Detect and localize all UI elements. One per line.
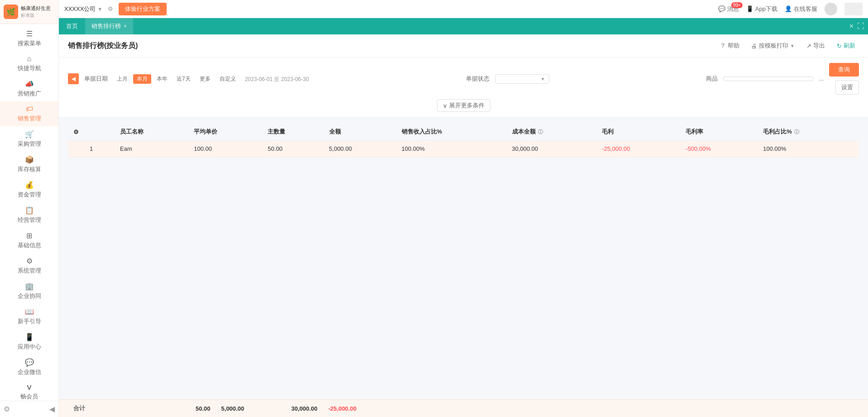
logo-area: 🌿 畅康通好生意 标准版	[0, 0, 58, 24]
sidebar-item-sales[interactable]: 🏷 销售管理	[0, 101, 58, 126]
data-table: ⚙ 员工名称 平均单价 主数量 全额 销售收入占比% 成本全额 ⓘ 毛利 毛利率…	[68, 123, 859, 157]
gross-pct-info-icon: ⓘ	[794, 129, 799, 134]
tab-home-label: 首页	[66, 22, 78, 30]
window-expand-icon[interactable]: ⛶	[857, 22, 864, 30]
sidebar-item-wechat-label: 企业微信	[18, 368, 41, 376]
sidebar-item-basic[interactable]: ⊞ 基础信息	[0, 228, 58, 253]
app-download-button[interactable]: 📱 App下载	[746, 5, 777, 13]
tab-sales-rank[interactable]: 销售排行榜 ×	[85, 18, 133, 34]
cell-main-qty: 50.00	[262, 141, 323, 157]
query-button[interactable]: 查询	[829, 63, 859, 77]
expand-icon: ∨	[443, 102, 447, 109]
date-tab-this-month[interactable]: 本月	[133, 74, 151, 84]
search-menu-icon: ☰	[26, 29, 33, 38]
goods-input[interactable]	[723, 77, 814, 81]
settings-icon[interactable]: ⚙	[4, 405, 10, 413]
tab-close-icon[interactable]: ×	[124, 23, 127, 29]
help-button[interactable]: ？ 帮助	[716, 40, 743, 52]
sidebar-item-search-label: 搜索菜单	[18, 39, 41, 48]
sidebar-item-wechat[interactable]: 💬 企业微信	[0, 355, 58, 380]
settings-gear-icon[interactable]: ⚙	[108, 5, 113, 12]
col-gross-rate-header: 毛利率	[680, 123, 758, 141]
purchase-icon: 🛒	[25, 130, 34, 139]
sidebar-item-apps[interactable]: 📱 应用中心	[0, 329, 58, 355]
app-label: App下载	[755, 5, 777, 13]
table-area: ⚙ 员工名称 平均单价 主数量 全额 销售收入占比% 成本全额 ⓘ 毛利 毛利率…	[59, 118, 868, 399]
date-tab-7days[interactable]: 近7天	[173, 74, 194, 84]
sidebar-item-purchase-label: 采购管理	[18, 140, 41, 148]
service-label: 在线客服	[794, 5, 817, 13]
col-cost-header: 成本全额 ⓘ	[507, 123, 597, 141]
sidebar-item-operations[interactable]: 📋 经营管理	[0, 202, 58, 228]
filter-row-1: ◀ 单据日期 上月 本月 本年 近7天 更多 自定义 2023-06-01 至 …	[68, 63, 859, 95]
topbar-right: 💬 消息 99+ 📱 App下载 👤 在线客服	[718, 3, 863, 15]
topbar: XXXXX公司 ▼ ⚙ 体验行业方案 💬 消息 99+ 📱 App下载 👤 在线…	[59, 0, 868, 18]
footer-cost: 30,000.00	[286, 405, 323, 412]
date-tab-this-year[interactable]: 本年	[153, 74, 171, 84]
message-icon: 💬	[718, 5, 725, 12]
settings-button[interactable]: 设置	[835, 80, 859, 95]
export-button[interactable]: ↗ 导出	[803, 40, 829, 52]
filter-collapse-btn[interactable]: ◀	[68, 73, 79, 84]
refresh-button[interactable]: ↻ 刷新	[833, 40, 859, 52]
print-icon: 🖨	[751, 43, 757, 49]
export-icon: ↗	[806, 43, 811, 49]
col-main-qty-header: 主数量	[262, 123, 323, 141]
date-tab-more[interactable]: 更多	[196, 74, 214, 84]
col-sales-pct-header: 销售收入占比%	[396, 123, 507, 141]
expand-label: 展开更多条件	[449, 101, 484, 110]
online-service-button[interactable]: 👤 在线客服	[785, 5, 817, 13]
date-tab-custom[interactable]: 自定义	[216, 74, 240, 84]
industry-btn[interactable]: 体验行业方案	[119, 3, 167, 15]
wechat-icon: 💬	[25, 358, 34, 367]
sidebar-item-search[interactable]: ☰ 搜索菜单	[0, 26, 58, 51]
expand-button[interactable]: ∨ 展开更多条件	[437, 99, 490, 112]
guide-icon: 📖	[25, 307, 34, 316]
operations-icon: 📋	[25, 206, 34, 215]
sidebar-item-purchase[interactable]: 🛒 采购管理	[0, 126, 58, 152]
inventory-icon: 📦	[25, 155, 34, 164]
cell-name: Eam	[115, 141, 188, 157]
collapse-icon[interactable]: ◀	[49, 405, 55, 413]
cell-gross: -25,000.00	[596, 141, 680, 157]
apps-icon: 📱	[25, 333, 34, 341]
sidebar-item-enterprise-label: 企业协同	[18, 292, 41, 300]
sidebar-item-apps-label: 应用中心	[18, 343, 41, 351]
company-selector[interactable]: XXXXX公司 ▼	[64, 5, 102, 13]
sidebar-item-guide[interactable]: 📖 新手引导	[0, 304, 58, 329]
cost-info-icon: ⓘ	[538, 129, 543, 134]
sidebar-item-finance[interactable]: 💰 资金管理	[0, 177, 58, 202]
system-icon: ⚙	[26, 257, 33, 265]
sidebar-item-inventory[interactable]: 📦 库存核算	[0, 152, 58, 177]
sidebar-item-quick-nav-label: 快捷导航	[18, 64, 41, 72]
cell-avg-price: 100.00	[188, 141, 262, 157]
status-select[interactable]: ▼	[495, 74, 549, 84]
logo-sub: 标准版	[21, 12, 51, 19]
window-close-icon[interactable]: ×	[849, 22, 854, 30]
filter-area: ◀ 单据日期 上月 本月 本年 近7天 更多 自定义 2023-06-01 至 …	[59, 58, 868, 118]
col-settings-header[interactable]: ⚙	[68, 123, 84, 141]
cell-settings	[68, 141, 84, 157]
goods-label: 商品	[706, 75, 718, 83]
message-button[interactable]: 💬 消息 99+	[718, 5, 739, 13]
tab-home[interactable]: 首页	[59, 18, 85, 34]
avatar[interactable]	[825, 3, 837, 15]
sidebar-item-enterprise[interactable]: 🏢 企业协同	[0, 278, 58, 304]
sidebar-item-marketing[interactable]: 📣 营销推广	[0, 76, 58, 101]
tabbar-right: × ⛶	[849, 18, 868, 34]
table-footer: 合计 50.00 5,000.00 30,000.00 -25,000.00	[59, 399, 868, 417]
sidebar-item-vip[interactable]: V 畅会员	[0, 380, 58, 401]
template-print-button[interactable]: 🖨 按模板打印 ▼	[748, 40, 798, 52]
company-name: XXXXX公司	[64, 5, 96, 13]
sidebar-item-quick-nav[interactable]: ⌂ 快捷导航	[0, 51, 58, 76]
more-filters-btn[interactable]: ...	[819, 76, 824, 82]
sidebar-item-system[interactable]: ⚙ 系统管理	[0, 253, 58, 278]
footer-label: 合计	[68, 404, 104, 412]
help-icon: ？	[720, 42, 726, 50]
date-tab-last-month[interactable]: 上月	[113, 74, 131, 84]
refresh-icon: ↻	[837, 43, 842, 49]
sidebar-nav: ☰ 搜索菜单 ⌂ 快捷导航 📣 营销推广 🏷 销售管理 🛒 采购管理 📦 库存核…	[0, 24, 58, 401]
cell-rank: 1	[84, 141, 115, 157]
page-title: 销售排行榜(按业务员)	[68, 41, 138, 51]
finance-icon: 💰	[25, 181, 34, 189]
